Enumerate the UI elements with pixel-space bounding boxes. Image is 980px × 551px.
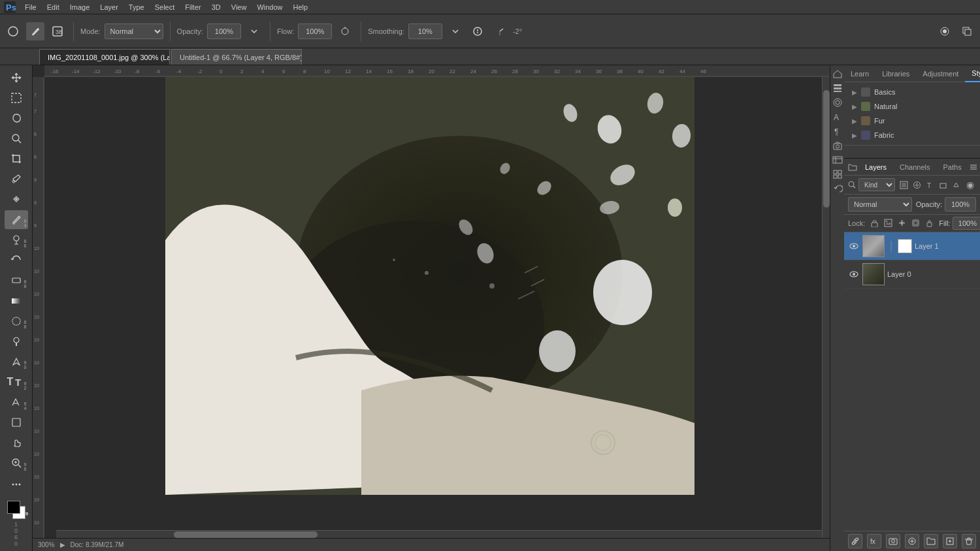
extra-tools[interactable] bbox=[5, 475, 28, 494]
lock-transparent-icon[interactable] bbox=[870, 219, 879, 228]
shape-tool[interactable] bbox=[5, 413, 28, 432]
type-filter-icon[interactable]: T bbox=[924, 179, 936, 191]
tab-channels[interactable]: Channels bbox=[893, 159, 936, 176]
h-scrollbar[interactable] bbox=[56, 530, 830, 538]
delete-layer-btn[interactable] bbox=[962, 534, 976, 548]
pixel-filter-icon[interactable] bbox=[898, 179, 909, 191]
smoothing-options[interactable] bbox=[446, 22, 465, 40]
layer-opacity-input[interactable] bbox=[945, 197, 976, 212]
layer-0-visibility[interactable] bbox=[848, 268, 860, 280]
learn-icon[interactable] bbox=[832, 68, 843, 80]
filter-toggle[interactable]: ◉ bbox=[964, 179, 976, 191]
style-basics[interactable]: ▶ Basics bbox=[844, 85, 980, 99]
tab-libraries[interactable]: Libraries bbox=[875, 65, 916, 82]
folder-icon[interactable] bbox=[847, 161, 858, 173]
smart-filter-icon[interactable] bbox=[950, 179, 962, 191]
new-fill-adj-btn[interactable] bbox=[905, 534, 919, 548]
crop-tool[interactable] bbox=[5, 149, 28, 168]
adjustment-filter-icon[interactable] bbox=[911, 179, 923, 191]
tab-adjustment[interactable]: Adjustment bbox=[916, 65, 965, 82]
dodge-tool[interactable] bbox=[5, 332, 28, 351]
clone-panel[interactable] bbox=[958, 22, 976, 40]
marquee-tool[interactable] bbox=[5, 88, 28, 107]
h-scrollbar-thumb[interactable] bbox=[174, 531, 318, 538]
menu-file[interactable]: File bbox=[20, 0, 42, 14]
tab-1[interactable]: Untitled-1 @ 66.7% (Layer 4, RGB/8#) ✕ bbox=[171, 49, 302, 65]
smoothing-input[interactable] bbox=[408, 24, 442, 39]
lasso-tool[interactable] bbox=[5, 108, 28, 127]
menu-filter[interactable]: Filter bbox=[180, 0, 206, 14]
opacity-options[interactable] bbox=[245, 22, 263, 40]
menu-layer[interactable]: Layer bbox=[95, 0, 123, 14]
tab-styles[interactable]: Styles bbox=[965, 65, 980, 82]
quick-select-tool[interactable] bbox=[5, 129, 28, 148]
lock-image-icon[interactable] bbox=[884, 219, 892, 228]
history-icon[interactable] bbox=[832, 154, 843, 166]
menu-window[interactable]: Window bbox=[252, 0, 287, 14]
layer-blend-mode[interactable]: NormalDissolveDarkenMultiply bbox=[848, 197, 912, 212]
angle-indicator[interactable] bbox=[491, 22, 509, 40]
menu-edit[interactable]: Edit bbox=[42, 0, 65, 14]
layers-panel-menu[interactable] bbox=[968, 161, 979, 173]
lock-all-icon[interactable] bbox=[925, 219, 934, 228]
link-layers-btn[interactable] bbox=[848, 534, 862, 548]
filter-kind-select[interactable]: Kind bbox=[858, 178, 895, 191]
new-layer-btn[interactable] bbox=[943, 534, 957, 548]
camera-icon[interactable] bbox=[832, 140, 843, 151]
smoothing-settings[interactable] bbox=[468, 22, 487, 40]
paragraph-icon[interactable]: ¶ bbox=[832, 125, 843, 137]
grid-icon[interactable] bbox=[832, 168, 843, 180]
menu-type[interactable]: Type bbox=[123, 0, 150, 14]
menu-image[interactable]: Image bbox=[65, 0, 95, 14]
type-tool[interactable]: TT92 bbox=[5, 372, 28, 391]
layer-1-visibility[interactable] bbox=[848, 240, 860, 252]
brush-tool-active[interactable] bbox=[26, 22, 44, 40]
zoom-tool[interactable]: 98 bbox=[5, 454, 28, 473]
shape-filter-icon[interactable] bbox=[937, 179, 949, 191]
add-mask-btn[interactable] bbox=[886, 534, 900, 548]
brush-preset-picker[interactable] bbox=[936, 22, 954, 40]
lock-artboard-icon[interactable] bbox=[911, 219, 920, 228]
healing-tool[interactable] bbox=[5, 190, 28, 209]
clone-stamp-tool[interactable]: 86 bbox=[5, 230, 28, 249]
brush-options-btn[interactable] bbox=[4, 22, 22, 40]
style-fabric[interactable]: ▶ Fabric bbox=[844, 128, 980, 142]
lock-position-icon[interactable] bbox=[898, 219, 906, 228]
style-fur[interactable]: ▶ Fur bbox=[844, 114, 980, 128]
canvas-image-area[interactable] bbox=[44, 77, 830, 538]
tab-paths[interactable]: Paths bbox=[937, 159, 968, 176]
fill-input[interactable] bbox=[953, 217, 980, 230]
menu-help[interactable]: Help bbox=[288, 0, 314, 14]
menu-select[interactable]: Select bbox=[150, 0, 180, 14]
foreground-background-colors[interactable]: ⇆ bbox=[5, 498, 28, 517]
gradient-tool[interactable] bbox=[5, 291, 28, 310]
menu-3d[interactable]: 3D bbox=[206, 0, 226, 14]
libraries-icon[interactable] bbox=[832, 82, 843, 94]
fx-btn[interactable]: fx bbox=[867, 534, 881, 548]
canvas-area[interactable]: -16 -14 -12 -10 -8 -6 -4 -2 0 2 4 6 8 10… bbox=[33, 65, 830, 551]
photo-canvas[interactable] bbox=[165, 77, 694, 530]
flow-input[interactable] bbox=[298, 24, 332, 39]
opacity-input[interactable] bbox=[207, 24, 241, 39]
move-tool[interactable] bbox=[5, 68, 28, 87]
layer-1-chain[interactable] bbox=[887, 239, 895, 253]
hand-tool[interactable] bbox=[5, 433, 28, 452]
group-layers-btn[interactable] bbox=[924, 534, 938, 548]
eyedropper-tool[interactable] bbox=[5, 169, 28, 188]
foreground-color[interactable] bbox=[7, 501, 20, 514]
airbrush-btn[interactable] bbox=[336, 22, 354, 40]
v-scrollbar[interactable] bbox=[822, 77, 830, 538]
history-brush-tool[interactable] bbox=[5, 251, 28, 270]
adjustment-icon[interactable] bbox=[832, 97, 843, 108]
blur-tool[interactable]: 88 bbox=[5, 311, 28, 330]
menu-view[interactable]: View bbox=[226, 0, 252, 14]
brush-tool[interactable]: 84 bbox=[5, 210, 28, 229]
v-scrollbar-thumb[interactable] bbox=[823, 90, 830, 208]
layer-item-1[interactable]: Layer 1 bbox=[844, 232, 980, 260]
undo-icon[interactable] bbox=[832, 183, 843, 195]
eraser-tool[interactable]: 88 bbox=[5, 271, 28, 290]
styles-icon-strip[interactable]: A bbox=[832, 111, 843, 123]
path-selection-tool[interactable]: 94 bbox=[5, 393, 28, 412]
style-natural[interactable]: ▶ Natural bbox=[844, 99, 980, 114]
layer-item-0[interactable]: Layer 0 bbox=[844, 260, 980, 289]
